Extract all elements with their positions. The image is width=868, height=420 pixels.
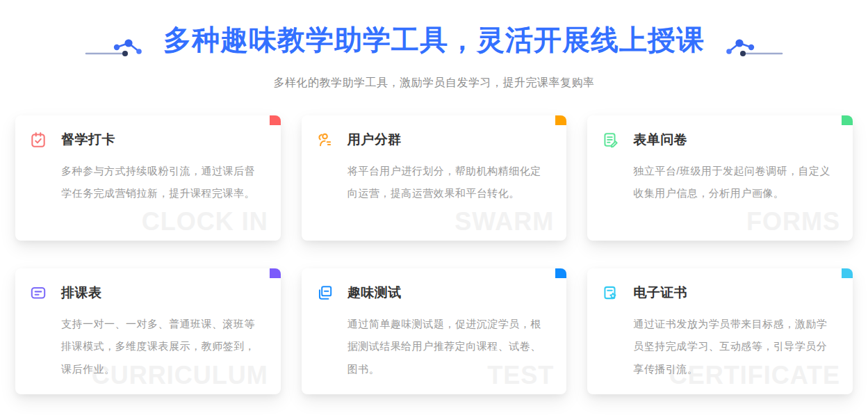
card-description: 支持一对一、一对多、普通班课、滚班等排课模式，多维度课表展示，教师签到，课后作业… <box>29 313 263 380</box>
stacked-docs-icon <box>316 284 334 302</box>
line-chart-decoration-left <box>85 28 144 62</box>
feature-card-grid: 督学打卡 多种参与方式持续吸粉引流，通过课后督学任务完成营销拉新，提升课程完课率… <box>15 115 853 394</box>
corner-accent <box>555 268 566 278</box>
feature-card-certificate[interactable]: 电子证书 通过证书发放为学员带来目标感，激励学员坚持完成学习、互动感等，引导学员… <box>587 268 853 394</box>
card-title: 排课表 <box>61 284 102 302</box>
card-description: 多种参与方式持续吸粉引流，通过课后督学任务完成营销拉新，提升课程完课率。 <box>29 160 263 205</box>
corner-accent <box>555 115 566 125</box>
card-title: 电子证书 <box>633 284 687 302</box>
card-title: 用户分群 <box>347 131 402 149</box>
card-description: 通过简单趣味测试题，促进沉淀学员，根据测试结果给用户推荐定向课程、试卷、图书。 <box>316 313 549 380</box>
feature-card-clock-in[interactable]: 督学打卡 多种参与方式持续吸粉引流，通过课后督学任务完成营销拉新，提升课程完课率… <box>15 115 281 241</box>
corner-accent <box>270 115 281 125</box>
page-title: 多种趣味教学助学工具，灵活开展线上授课 <box>163 23 705 56</box>
feature-card-curriculum[interactable]: 排课表 支持一对一、一对多、普通班课、滚班等排课模式，多维度课表展示，教师签到，… <box>15 268 281 394</box>
card-title: 表单问卷 <box>633 131 687 149</box>
card-title: 督学打卡 <box>61 131 115 149</box>
card-watermark: FORMS <box>746 207 840 236</box>
feature-card-test[interactable]: 趣味测试 通过简单趣味测试题，促进沉淀学员，根据测试结果给用户推荐定向课程、试卷… <box>302 268 567 394</box>
page-header: 多种趣味教学助学工具，灵活开展线上授课 多样化的教学助学工具，激励学员自发学习，… <box>0 0 868 90</box>
card-description: 独立平台/班级用于发起问卷调研，自定义收集用户信息，分析用户画像。 <box>601 160 835 205</box>
schedule-icon <box>29 284 47 302</box>
card-watermark: SWARM <box>455 207 554 236</box>
corner-accent <box>842 115 853 125</box>
feature-card-forms[interactable]: 表单问卷 独立平台/班级用于发起问卷调研，自定义收集用户信息，分析用户画像。 F… <box>587 115 853 241</box>
line-chart-decoration-right <box>724 28 783 62</box>
certificate-star-icon <box>601 284 619 302</box>
card-description: 将平台用户进行划分，帮助机构精细化定向运营，提高运营效果和平台转化。 <box>316 160 549 205</box>
corner-accent <box>270 268 281 278</box>
page-subtitle: 多样化的教学助学工具，激励学员自发学习，提升完课率复购率 <box>0 76 868 90</box>
user-group-icon <box>316 131 334 149</box>
clipboard-check-icon <box>29 131 47 149</box>
card-title: 趣味测试 <box>347 284 402 302</box>
card-watermark: CLOCK IN <box>142 207 268 236</box>
corner-accent <box>842 268 853 278</box>
feature-card-swarm[interactable]: 用户分群 将平台用户进行划分，帮助机构精细化定向运营，提高运营效果和平台转化。 … <box>302 115 567 241</box>
card-description: 通过证书发放为学员带来目标感，激励学员坚持完成学习、互动感等，引导学员分享传播引… <box>601 313 835 380</box>
form-pencil-icon <box>601 131 619 149</box>
